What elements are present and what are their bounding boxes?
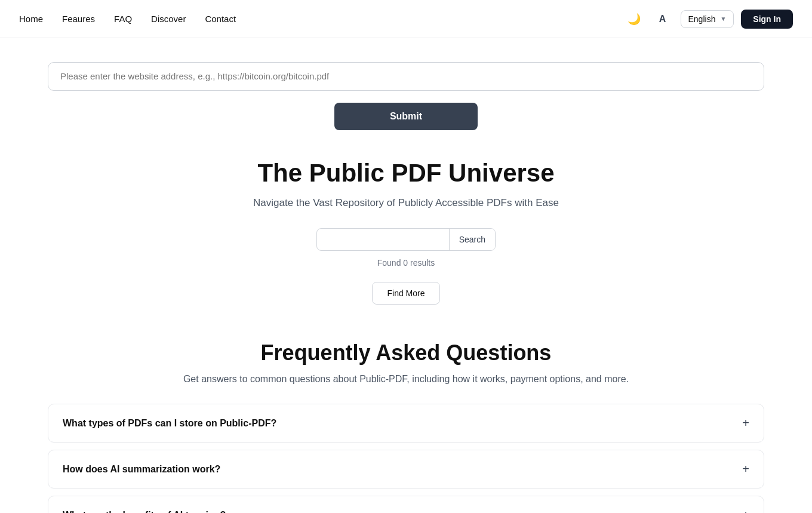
chevron-down-icon: ▼	[720, 16, 726, 22]
search-bar: Search	[316, 228, 496, 251]
moon-icon: 🌙	[628, 13, 641, 26]
nav-actions: 🌙 A English ▼ Sign In	[623, 8, 793, 30]
nav-features[interactable]: Feaures	[62, 14, 95, 24]
submit-button[interactable]: Submit	[334, 103, 478, 130]
translate-button[interactable]: A	[652, 8, 673, 30]
nav-home[interactable]: Home	[19, 14, 43, 24]
nav-links: Home Feaures FAQ Discover Contact	[19, 14, 236, 24]
dark-mode-toggle[interactable]: 🌙	[623, 8, 645, 30]
faq-question-3: What are the benefits of AI tagging?	[63, 510, 226, 514]
translate-icon: A	[659, 14, 666, 24]
faq-item-3[interactable]: What are the benefits of AI tagging? +	[48, 496, 764, 513]
hero-section: The Public PDF Universe Navigate the Vas…	[48, 159, 764, 305]
nav-discover[interactable]: Discover	[151, 14, 186, 24]
navbar: Home Feaures FAQ Discover Contact 🌙 A En…	[0, 0, 812, 38]
faq-toggle-1: +	[735, 416, 749, 430]
language-label: English	[688, 14, 716, 24]
faq-item-2[interactable]: How does AI summarization work? +	[48, 450, 764, 489]
url-section: Submit	[48, 62, 764, 130]
hero-title: The Public PDF Universe	[48, 159, 764, 188]
faq-section: Frequently Asked Questions Get answers t…	[48, 340, 764, 513]
signin-button[interactable]: Sign In	[741, 10, 793, 29]
url-input-wrapper	[48, 62, 764, 91]
faq-toggle-3: +	[735, 508, 749, 513]
faq-question-1: What types of PDFs can I store on Public…	[63, 418, 276, 429]
find-more-wrapper: Find More	[48, 282, 764, 305]
language-selector[interactable]: English ▼	[681, 10, 734, 28]
faq-question-2: How does AI summarization work?	[63, 464, 220, 475]
nav-faq[interactable]: FAQ	[114, 14, 132, 24]
main-content: Submit The Public PDF Universe Navigate …	[0, 38, 812, 513]
faq-toggle-2: +	[735, 462, 749, 476]
hero-subtitle: Navigate the Vast Repository of Publicly…	[48, 197, 764, 209]
faq-title: Frequently Asked Questions	[48, 340, 764, 365]
nav-contact[interactable]: Contact	[205, 14, 236, 24]
submit-wrapper: Submit	[48, 103, 764, 130]
results-count: Found 0 results	[48, 258, 764, 268]
search-wrapper: Search	[48, 228, 764, 251]
find-more-button[interactable]: Find More	[372, 282, 439, 305]
url-input[interactable]	[60, 71, 752, 81]
search-input[interactable]	[317, 229, 449, 250]
faq-subtitle: Get answers to common questions about Pu…	[48, 374, 764, 385]
faq-item-1[interactable]: What types of PDFs can I store on Public…	[48, 404, 764, 443]
search-button[interactable]: Search	[449, 229, 495, 250]
